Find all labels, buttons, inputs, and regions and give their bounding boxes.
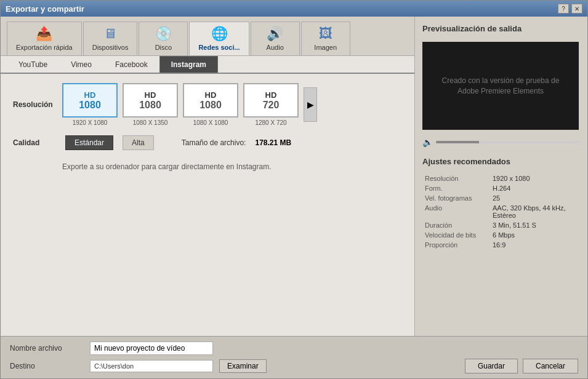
resolution-scroll-right[interactable]: ▶ xyxy=(304,87,317,122)
audio-icon: 🔊 xyxy=(267,26,283,42)
subtab-vimeo[interactable]: Vimeo xyxy=(59,56,103,73)
subtab-facebook[interactable]: Facebook xyxy=(103,56,159,73)
settings-row: Proporción16:9 xyxy=(422,240,580,250)
res-desc-2: 1080 X 1080 xyxy=(193,119,228,126)
redes-label: Redes soci... xyxy=(198,44,240,51)
dialog: Exportar y compartir ? ✕ 📤 Exportación r… xyxy=(0,0,588,379)
quality-standard-button[interactable]: Estándar xyxy=(65,135,113,150)
quality-high-button[interactable]: Alta xyxy=(123,135,154,150)
top-tabs: 📤 Exportación rápida 🖥 Dispositivos 💿 Di… xyxy=(1,17,414,56)
sub-tabs: YouTube Vimeo Facebook Instagram xyxy=(1,56,414,74)
resolution-box-0[interactable]: HD 1080 xyxy=(62,83,118,118)
res-number-1: 1080 xyxy=(139,100,161,111)
settings-key: Duración xyxy=(422,220,490,230)
resolution-box-3[interactable]: HD 720 xyxy=(243,83,299,118)
res-number-0: 1080 xyxy=(79,100,101,111)
preview-slider-container: 🔈 xyxy=(422,137,580,147)
browse-button[interactable]: Examinar xyxy=(219,359,267,373)
subtab-youtube[interactable]: YouTube xyxy=(7,56,59,73)
resolution-card-1[interactable]: HD 1080 1080 X 1350 xyxy=(123,83,178,126)
settings-row: Velocidad de bits6 Mbps xyxy=(422,230,580,240)
tab-dispositivos[interactable]: 🖥 Dispositivos xyxy=(83,22,138,55)
settings-row: Duración3 Min, 51.51 S xyxy=(422,220,580,230)
settings-key: Vel. fotogramas xyxy=(422,193,490,203)
settings-key: Resolución xyxy=(422,174,490,183)
save-button[interactable]: Guardar xyxy=(465,359,518,373)
settings-value: H.264 xyxy=(490,183,580,193)
destination-path: C:\Users\don xyxy=(90,360,213,372)
right-panel: Previsualización de salida Creado con la… xyxy=(415,17,587,336)
main-content: 📤 Exportación rápida 🖥 Dispositivos 💿 Di… xyxy=(1,17,587,336)
settings-row: AudioAAC, 320 Kbps, 44 kHz, Estéreo xyxy=(422,203,580,220)
resolution-card-0[interactable]: HD 1080 1920 X 1080 xyxy=(62,83,118,126)
settings-value: 6 Mbps xyxy=(490,230,580,240)
resolution-box-1[interactable]: HD 1080 xyxy=(123,83,178,118)
resolution-row: Resolución HD 1080 1920 X 1080 HD xyxy=(13,83,402,126)
disco-icon: 💿 xyxy=(155,26,172,42)
resolution-options: HD 1080 1920 X 1080 HD 1080 1080 X 1350 xyxy=(62,83,317,126)
resolution-card-2[interactable]: HD 1080 1080 X 1080 xyxy=(183,83,238,126)
preview-watermark: Creado con la versión de prueba de Adobe… xyxy=(442,76,560,97)
quality-label: Calidad xyxy=(13,138,56,147)
res-number-2: 1080 xyxy=(199,100,222,111)
imagen-label: Imagen xyxy=(314,44,337,51)
dispositivos-icon: 🖥 xyxy=(103,26,117,42)
res-desc-3: 1280 X 720 xyxy=(255,119,286,126)
settings-value: 25 xyxy=(490,193,580,203)
file-size-value: 178.21 MB xyxy=(255,138,291,147)
settings-key: Proporción xyxy=(422,240,490,250)
hd-label-0: HD xyxy=(84,90,96,100)
settings-value: 16:9 xyxy=(490,240,580,250)
recommended-title: Ajustes recomendados xyxy=(422,157,580,166)
title-bar-controls: ? ✕ xyxy=(558,4,582,14)
tab-exportacion-rapida[interactable]: 📤 Exportación rápida xyxy=(7,22,82,55)
tab-disco[interactable]: 💿 Disco xyxy=(139,22,188,55)
tab-audio[interactable]: 🔊 Audio xyxy=(251,22,300,55)
preview-volume-slider[interactable] xyxy=(436,141,580,143)
res-desc-1: 1080 X 1350 xyxy=(133,119,168,126)
preview-title: Previsualización de salida xyxy=(422,24,580,33)
settings-value: 1920 x 1080 xyxy=(490,174,580,183)
preview-video: Creado con la versión de prueba de Adobe… xyxy=(422,42,579,130)
content-area: Resolución HD 1080 1920 X 1080 HD xyxy=(1,74,414,336)
settings-value: AAC, 320 Kbps, 44 kHz, Estéreo xyxy=(490,203,580,220)
resolution-box-2[interactable]: HD 1080 xyxy=(183,83,238,118)
settings-row: Form.H.264 xyxy=(422,183,580,193)
resolution-label: Resolución xyxy=(13,100,56,109)
tab-imagen[interactable]: 🖼 Imagen xyxy=(301,22,350,55)
filename-input[interactable] xyxy=(90,341,213,355)
res-number-3: 720 xyxy=(263,100,280,111)
settings-key: Velocidad de bits xyxy=(422,230,490,240)
filename-row: Nombre archivo xyxy=(10,341,578,355)
file-size-label: Tamaño de archivo: xyxy=(182,138,246,147)
close-button[interactable]: ✕ xyxy=(571,4,582,14)
settings-key: Audio xyxy=(422,203,490,220)
res-desc-0: 1920 X 1080 xyxy=(73,119,108,126)
help-button[interactable]: ? xyxy=(558,4,569,14)
redes-icon: 🌐 xyxy=(211,26,228,42)
hd-label-1: HD xyxy=(145,90,156,100)
subtab-instagram[interactable]: Instagram xyxy=(159,56,218,73)
filename-label: Nombre archivo xyxy=(10,344,84,353)
settings-row: Resolución1920 x 1080 xyxy=(422,174,580,183)
cancel-button[interactable]: Cancelar xyxy=(523,359,578,373)
destination-label: Destino xyxy=(10,362,84,370)
disco-label: Disco xyxy=(155,44,172,51)
quality-row: Calidad Estándar Alta Tamaño de archivo:… xyxy=(13,135,402,150)
settings-row: Vel. fotogramas25 xyxy=(422,193,580,203)
bottom-bar: Nombre archivo Destino C:\Users\don Exam… xyxy=(1,336,587,378)
exportacion-icon: 📤 xyxy=(36,26,52,42)
left-panel: 📤 Exportación rápida 🖥 Dispositivos 💿 Di… xyxy=(1,17,415,336)
settings-key: Form. xyxy=(422,183,490,193)
resolution-card-3[interactable]: HD 720 1280 X 720 xyxy=(243,83,299,126)
volume-icon: 🔈 xyxy=(422,137,433,147)
dispositivos-label: Dispositivos xyxy=(92,44,129,51)
dialog-title: Exportar y compartir xyxy=(6,4,84,14)
tab-redes-sociales[interactable]: 🌐 Redes soci... xyxy=(189,22,249,55)
exportacion-label: Exportación rápida xyxy=(16,44,73,51)
imagen-icon: 🖼 xyxy=(319,26,332,42)
title-bar: Exportar y compartir ? ✕ xyxy=(1,1,587,17)
hd-label-3: HD xyxy=(265,90,277,100)
destination-row: Destino C:\Users\don Examinar Guardar Ca… xyxy=(10,359,578,373)
settings-table: Resolución1920 x 1080Form.H.264Vel. foto… xyxy=(422,174,580,250)
